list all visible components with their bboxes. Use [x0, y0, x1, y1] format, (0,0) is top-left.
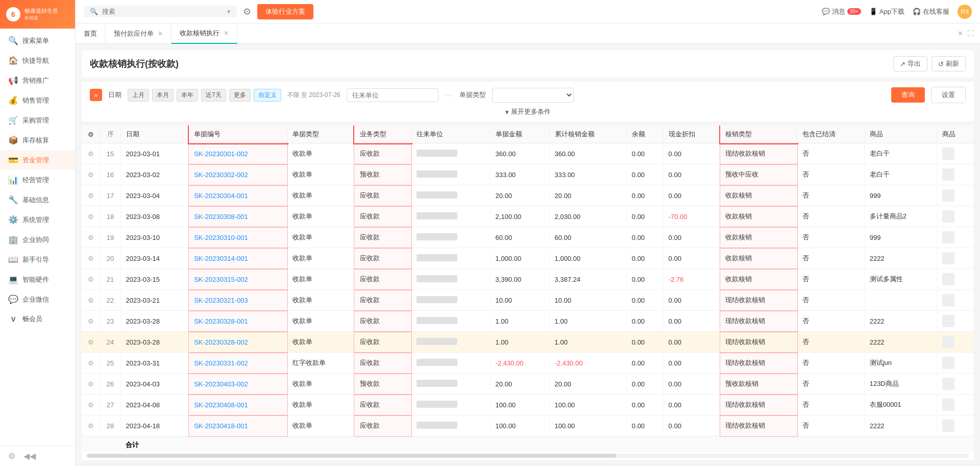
row-gear[interactable]: ⚙ — [82, 227, 100, 248]
row-gear[interactable]: ⚙ — [82, 185, 100, 206]
partner-input[interactable] — [347, 88, 438, 102]
row-gear[interactable]: ⚙ — [82, 395, 100, 415]
page-content: 收款核销执行(按收款) ↗ 导出 ↺ 刷新 » 日期 上月 本月 — [76, 44, 980, 466]
sidebar-item-member[interactable]: V 畅会员 — [0, 309, 75, 329]
sidebar-item-operation[interactable]: 📊 经营管理 — [0, 170, 75, 190]
search-menu-icon: 🔍 — [8, 36, 18, 45]
doc-no-link[interactable]: SK-20230301-002 — [194, 150, 248, 158]
tab-prepay-close[interactable]: ✕ — [158, 30, 163, 37]
filter-7days[interactable]: 近7天 — [201, 89, 226, 102]
doc-no-link[interactable]: SK-20230310-001 — [194, 234, 248, 241]
row-gear[interactable]: ⚙ — [82, 269, 100, 290]
guide-icon: 📖 — [8, 255, 18, 264]
row-no: 22 — [100, 290, 120, 311]
row-product-img — [937, 332, 974, 353]
export-button[interactable]: ↗ 导出 — [893, 56, 927, 71]
doc-no-link[interactable]: SK-20230304-001 — [194, 192, 248, 200]
sidebar-item-search[interactable]: 🔍 搜索菜单 — [0, 31, 75, 51]
search-input[interactable] — [102, 8, 223, 15]
page-title: 收款核销执行(按收款) — [90, 58, 179, 70]
expand-more-btn[interactable]: ▾ 展开更多条件 — [505, 107, 551, 116]
doc-no-link[interactable]: SK-20230328-002 — [194, 338, 248, 346]
sidebar-label-sales: 销售管理 — [22, 96, 49, 105]
row-doc-no: SK-20230418-001 — [189, 415, 287, 436]
messages-btn[interactable]: 💬 消息 99+ — [822, 7, 861, 16]
tab-prepay[interactable]: 预付款应付单 ✕ — [106, 23, 172, 44]
collapse-icon[interactable]: ◀◀ — [23, 451, 36, 461]
row-no: 21 — [100, 269, 120, 290]
row-cash-discount: 0.00 — [663, 185, 720, 206]
col-cancel-type: 核销类型 — [720, 126, 797, 143]
row-gear[interactable]: ⚙ — [82, 164, 100, 185]
doc-no-link[interactable]: SK-20230408-001 — [194, 401, 248, 409]
sidebar-item-basic[interactable]: 🔧 基础信息 — [0, 190, 75, 210]
doc-no-link[interactable]: SK-20230302-002 — [194, 171, 248, 179]
sidebar-item-inventory[interactable]: 📦 库存核算 — [0, 130, 75, 150]
table-row: ⚙ 15 2023-03-01 SK-20230301-002 收款单 应收款 … — [82, 143, 974, 164]
row-date: 2023-03-31 — [120, 353, 189, 374]
sidebar-item-company[interactable]: 🏢 企业协同 — [0, 230, 75, 250]
row-gear[interactable]: ⚙ — [82, 374, 100, 395]
doc-no-link[interactable]: SK-20230321-003 — [194, 297, 248, 304]
row-gear[interactable]: ⚙ — [82, 290, 100, 311]
user-avatar[interactable]: Rit — [958, 5, 972, 19]
col-gear[interactable]: ⚙ — [82, 126, 100, 143]
row-write-off: 1.00 — [549, 311, 626, 332]
sidebar-item-hardware[interactable]: 💻 智能硬件 — [0, 269, 75, 289]
filter-expand-button[interactable]: » — [90, 89, 102, 101]
query-button[interactable]: 查询 — [891, 87, 925, 103]
sidebar-item-purchase[interactable]: 🛒 采购管理 — [0, 110, 75, 130]
row-gear[interactable]: ⚙ — [82, 311, 100, 332]
sidebar-item-wechat[interactable]: 💬 企业微信 — [0, 289, 75, 309]
tab-expand-icon[interactable]: ⛶ — [967, 30, 974, 37]
filter-last-month[interactable]: 上月 — [128, 89, 149, 102]
tab-collection[interactable]: 收款核销执行 ✕ — [172, 23, 237, 44]
doc-no-link[interactable]: SK-20230315-002 — [194, 276, 248, 283]
filter-this-year[interactable]: 本年 — [177, 89, 198, 102]
search-breadcrumb[interactable]: 🔍 ▾ — [84, 6, 237, 17]
online-service-btn[interactable]: 🎧 在线客服 — [913, 7, 949, 16]
sidebar-label-company: 企业协同 — [22, 235, 49, 244]
row-gear[interactable]: ⚙ — [82, 353, 100, 374]
row-balance: 0.00 — [626, 332, 663, 353]
row-amount: 60.00 — [490, 227, 549, 248]
filter-more[interactable]: 更多 — [229, 89, 251, 102]
filter-this-month[interactable]: 本月 — [152, 89, 174, 102]
row-gear[interactable]: ⚙ — [82, 206, 100, 227]
settings-button[interactable]: 设置 — [931, 87, 966, 103]
row-gear[interactable]: ⚙ — [82, 332, 100, 353]
tab-close-icon[interactable]: ✕ — [958, 30, 963, 37]
sidebar-item-quick-nav[interactable]: 🏠 快捷导航 — [0, 51, 75, 70]
table-row: ⚙ 21 2023-03-15 SK-20230315-002 收款单 应收款 … — [82, 269, 974, 290]
table-wrapper[interactable]: ⚙ 序 日期 单据编号 单据类型 业务类型 往来单位 单据金额 累计核销金额 余… — [82, 126, 974, 452]
row-gear[interactable]: ⚙ — [82, 143, 100, 164]
tab-home[interactable]: 首页 — [76, 23, 106, 44]
row-gear[interactable]: ⚙ — [82, 248, 100, 269]
doc-no-link[interactable]: SK-20230314-001 — [194, 255, 248, 262]
tab-collection-close[interactable]: ✕ — [224, 30, 229, 37]
settings-footer-icon[interactable]: ⚙ — [8, 451, 15, 461]
doc-no-link[interactable]: SK-20230418-001 — [194, 422, 248, 430]
doc-no-link[interactable]: SK-20230308-001 — [194, 213, 248, 220]
gear-icon[interactable]: ⚙ — [243, 6, 251, 17]
row-doc-no: SK-20230408-001 — [189, 395, 287, 415]
sidebar-item-finance[interactable]: 💳 资金管理 — [0, 150, 75, 170]
refresh-button[interactable]: ↺ 刷新 — [932, 56, 966, 71]
table-row: ⚙ 16 2023-03-02 SK-20230302-002 收款单 预收款 … — [82, 164, 974, 185]
row-gear[interactable]: ⚙ — [82, 415, 100, 436]
horizontal-scrollbar[interactable] — [87, 454, 969, 458]
doc-no-link[interactable]: SK-20230331-002 — [194, 359, 248, 367]
sidebar-item-marketing[interactable]: 📢 营销推广 — [0, 70, 75, 90]
logo-icon: 6 — [6, 7, 20, 21]
solution-button[interactable]: 体验行业方案 — [257, 4, 313, 19]
sidebar-item-sales[interactable]: 💰 销售管理 — [0, 90, 75, 110]
sidebar-item-guide[interactable]: 📖 新手引导 — [0, 250, 75, 269]
filter-custom[interactable]: 自定义 — [254, 89, 281, 102]
sidebar-item-system[interactable]: ⚙️ 系统管理 — [0, 210, 75, 230]
doc-no-link[interactable]: SK-20230403-002 — [194, 380, 248, 388]
app-download-btn[interactable]: 📱 App下载 — [869, 7, 904, 16]
row-include-cleared: 否 — [797, 143, 864, 164]
doc-no-link[interactable]: SK-20230328-001 — [194, 317, 248, 325]
doc-type-select[interactable] — [492, 88, 574, 103]
row-doc-no: SK-20230302-002 — [189, 164, 287, 185]
